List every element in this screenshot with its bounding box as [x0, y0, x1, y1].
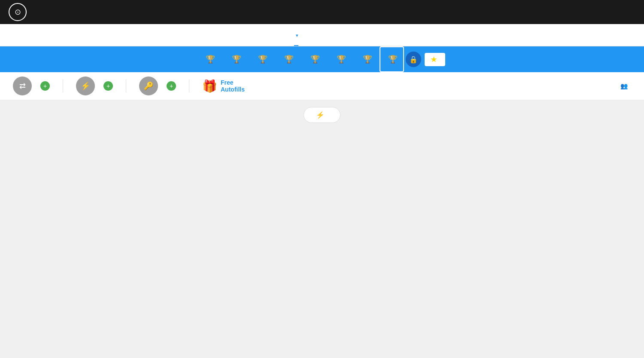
rank-guru[interactable]: ★ [425, 53, 445, 66]
swaps-add-button[interactable]: + [40, 81, 50, 91]
rank-challenger[interactable]: 🏆 [249, 46, 275, 72]
rank-lock-icon: 🔒 [406, 52, 421, 67]
navbar: ⊙ [0, 0, 644, 24]
keys-group: 🔑 + [139, 76, 176, 95]
tools-bar: ⇄ + ⚡ + 🔑 + 🎁 FreeAutofills 👥 [0, 72, 644, 100]
newbie-icon: 🏆 [206, 55, 216, 64]
content-area: ⚡ [0, 100, 644, 135]
rookie-icon: 🏆 [232, 55, 242, 64]
rank-advanced[interactable]: 🏆 [275, 46, 301, 72]
rank-veteran[interactable]: 🏆 [301, 46, 327, 72]
veteran-icon: 🏆 [310, 55, 320, 64]
keys-add-button[interactable]: + [167, 81, 176, 91]
tabs-bar: ▾ [0, 24, 644, 46]
rank-newbie[interactable]: 🏆 [196, 46, 222, 72]
advanced-icon: 🏆 [284, 55, 294, 64]
rank-champion[interactable]: 🏆 [353, 46, 380, 72]
rank-bar: 🏆 🏆 🏆 🏆 🏆 🏆 🏆 🏆 🔒 ★ [0, 46, 644, 72]
logo-icon: ⊙ [9, 3, 27, 21]
guru-star-icon: ★ [431, 55, 437, 64]
rank-master[interactable]: 🏆 [380, 46, 404, 72]
swaps-label [35, 82, 37, 90]
lightning-icon: ⚡ [316, 111, 325, 119]
fb-friends-icon: 👥 [620, 83, 628, 89]
champion-icon: 🏆 [363, 55, 373, 64]
keys-icon: 🔑 [139, 76, 158, 95]
master-icon: 🏆 [388, 55, 398, 64]
challenger-icon: 🏆 [258, 55, 268, 64]
expert-icon: 🏆 [337, 55, 346, 64]
keys-label [161, 82, 163, 90]
rank-rookie[interactable]: 🏆 [222, 46, 249, 72]
rank-expert[interactable]: 🏆 [327, 46, 353, 72]
separator-2 [126, 80, 126, 92]
tab-my-challenges[interactable]: ▾ [294, 24, 298, 46]
autofills-add-button[interactable]: + [103, 81, 113, 91]
logo[interactable]: ⊙ [9, 3, 31, 21]
autofills-icon: ⚡ [76, 76, 95, 95]
autofills-group: ⚡ + [76, 76, 113, 95]
separator-1 [63, 80, 63, 92]
free-autofills-button[interactable]: 🎁 FreeAutofills [202, 79, 245, 93]
separator-3 [189, 80, 189, 92]
auto-fill-wrap: ⚡ [13, 107, 631, 123]
fb-friends-button[interactable]: 👥 [620, 83, 631, 89]
free-autofills-label: FreeAutofills [221, 79, 245, 93]
swaps-icon: ⇄ [13, 76, 32, 95]
gift-icon: 🎁 [202, 79, 217, 93]
swaps-group: ⇄ + [13, 76, 50, 95]
autofills-label [98, 82, 100, 90]
auto-fill-button[interactable]: ⚡ [304, 107, 340, 123]
